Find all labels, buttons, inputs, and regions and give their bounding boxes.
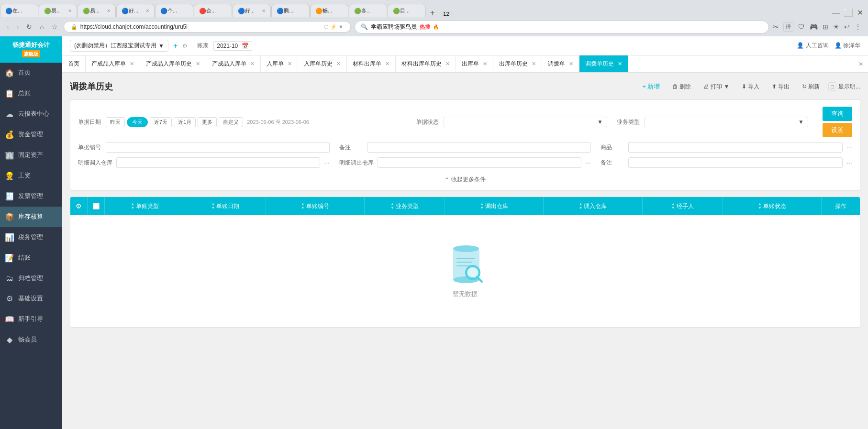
undo-icon[interactable]: ↩	[844, 23, 850, 31]
sidebar-item-ledger[interactable]: 📋 总账	[0, 83, 62, 104]
close-tab-product-inbound[interactable]: ✕	[130, 61, 134, 67]
tab-transfer-history[interactable]: 调拨单历史 ✕	[579, 55, 628, 73]
tab-material-out-history[interactable]: 材料出库单历史 ✕	[396, 55, 456, 73]
close-tab-product-history[interactable]: ✕	[196, 61, 200, 67]
tab-outbound-history[interactable]: 出库单历史 ✕	[493, 55, 542, 73]
forward-button[interactable]: ›	[15, 22, 21, 32]
minimize-icon[interactable]: —	[832, 9, 840, 17]
detail-out-input[interactable]	[378, 157, 581, 168]
new-button[interactable]: + 新增	[638, 80, 664, 93]
close-tab-material-out-history[interactable]: ✕	[445, 61, 450, 67]
sidebar-item-archive[interactable]: 🗂 归档管理	[0, 268, 62, 288]
close-tab-transfer[interactable]: ✕	[569, 61, 573, 67]
back-button[interactable]: ‹	[5, 22, 11, 32]
close-tab-outbound-history[interactable]: ✕	[532, 61, 536, 67]
import-button[interactable]: ⬇ 导入	[738, 81, 763, 93]
checkbox-show-all[interactable]: □	[828, 82, 836, 91]
theme-icon[interactable]: ☀	[833, 23, 839, 31]
period-value[interactable]: 2021-10 📅	[213, 41, 252, 51]
consult-button[interactable]: 👤 人工咨询	[797, 42, 828, 50]
game-icon[interactable]: 🎮	[810, 23, 818, 31]
delete-button[interactable]: 🗑 删除	[668, 81, 695, 93]
sidebar-item-funds[interactable]: 💰 资金管理	[0, 124, 62, 145]
settings-gear-icon[interactable]: ⚙	[182, 43, 188, 49]
search-bar[interactable]: 🔍 学霸应聘场驱鸟员 热搜 🔥	[355, 21, 769, 33]
sidebar-item-inventory[interactable]: 📦 库存核算	[0, 207, 62, 227]
sidebar-item-tax[interactable]: 📊 税务管理	[0, 227, 62, 248]
refresh-button[interactable]: ↻	[24, 22, 34, 32]
close-tab-inbound-history[interactable]: ✕	[336, 61, 341, 67]
query-button[interactable]: 查询	[823, 107, 852, 121]
docnum-input[interactable]	[106, 142, 330, 153]
sidebar-item-home[interactable]: 🏠 首页	[0, 63, 62, 83]
goods-more-icon[interactable]: ···	[846, 143, 852, 151]
close-tab-product-inbound2[interactable]: ✕	[250, 61, 255, 67]
th-biz-type[interactable]: ▲▼ 业务类型	[365, 197, 445, 215]
tab-product-inbound2[interactable]: 产成品入库单 ✕	[206, 55, 261, 73]
close-tab-material-out[interactable]: ✕	[385, 61, 389, 67]
collapse-button[interactable]: ⌃ 收起更多条件	[78, 173, 852, 184]
tab-product-inbound-history[interactable]: 产成品入库单历史 ✕	[140, 55, 206, 73]
shield-icon[interactable]: 🛡	[798, 23, 805, 31]
tab-count[interactable]: 12	[440, 11, 452, 17]
biz-type-select[interactable]: ▼	[645, 117, 808, 127]
today-button[interactable]: 今天	[127, 117, 148, 127]
th-handler[interactable]: ▲▼ 经手人	[643, 197, 723, 215]
detail-in-more-icon[interactable]: ···	[324, 159, 330, 166]
browser-tab-6[interactable]: 🔵 好... ✕	[233, 4, 271, 17]
more-date-button[interactable]: 更多	[198, 117, 217, 127]
last7days-button[interactable]: 近7天	[150, 117, 172, 127]
refresh-page-button[interactable]: ↻ 刷新	[798, 81, 823, 93]
tab-inbound-history[interactable]: 入库单历史 ✕	[298, 55, 347, 73]
address-input[interactable]: 🔒 https://cloud.chanjet.com/accounting/u…	[64, 21, 351, 33]
bookmark-button[interactable]: ☆	[50, 22, 60, 32]
th-doc-status[interactable]: ▲▼ 单账状态	[723, 197, 822, 215]
table-gear-icon[interactable]: ⚙	[76, 202, 82, 210]
close-icon[interactable]: ✕	[857, 8, 863, 17]
browser-tab-4[interactable]: 🔵 个...	[155, 4, 193, 17]
remark-input[interactable]	[367, 142, 591, 153]
maximize-icon[interactable]: ⬜	[844, 8, 853, 17]
sidebar-item-assets[interactable]: 🏢 固定资产	[0, 145, 62, 165]
tab-outbound[interactable]: 出库单 ✕	[456, 55, 493, 73]
select-all-checkbox[interactable]	[93, 203, 100, 209]
th-out-warehouse[interactable]: ▲▼ 调出仓库	[445, 197, 544, 215]
th-doc-number[interactable]: ▲▼ 单账编号	[266, 197, 365, 215]
browser-tab-7[interactable]: 🔵 腾...	[271, 4, 310, 17]
sidebar-item-guide[interactable]: 📖 新手引导	[0, 309, 62, 330]
th-doc-type[interactable]: ▲▼ 单账类型	[105, 197, 185, 215]
tab-transfer[interactable]: 调拨单 ✕	[542, 55, 579, 73]
th-settings[interactable]: ⚙	[70, 197, 88, 215]
translate-icon[interactable]: 译	[783, 22, 793, 32]
remark2-more-icon[interactable]: ···	[846, 159, 852, 166]
th-checkbox[interactable]	[88, 197, 105, 215]
sidebar-item-member[interactable]: ◆ 畅会员	[0, 330, 62, 350]
sidebar-item-close[interactable]: 📝 结账	[0, 248, 62, 268]
new-tab-button[interactable]: +	[426, 9, 438, 17]
detail-out-more-icon[interactable]: ···	[585, 159, 591, 166]
browser-tab-5[interactable]: 🔴 企...	[194, 4, 232, 17]
th-in-warehouse[interactable]: ▲▼ 调入仓库	[544, 197, 642, 215]
add-company-button[interactable]: +	[173, 42, 178, 50]
tab-product-inbound[interactable]: 产成品入库单 ✕	[86, 55, 140, 73]
cut-icon[interactable]: ✂	[773, 23, 779, 31]
detail-in-input[interactable]	[116, 157, 320, 168]
home-button[interactable]: ⌂	[38, 22, 45, 32]
tab-material-out[interactable]: 材料出库单 ✕	[347, 55, 396, 73]
sidebar-item-settings[interactable]: ⚙ 基础设置	[0, 288, 62, 309]
tab-home[interactable]: 首页	[62, 55, 86, 73]
sidebar-item-invoice[interactable]: 🧾 发票管理	[0, 186, 62, 207]
menu-icon[interactable]: ⋮	[855, 23, 861, 31]
export-button[interactable]: ⬆ 导出	[768, 81, 793, 93]
sidebar-item-reports[interactable]: ☁ 云报表中心	[0, 104, 62, 124]
remark2-input[interactable]	[628, 157, 843, 168]
close-tab-outbound[interactable]: ✕	[483, 61, 487, 67]
browser-tab-3[interactable]: 🔵 好... ✕	[116, 4, 155, 17]
close-tab-inbound[interactable]: ✕	[288, 61, 292, 67]
tab-inbound[interactable]: 入库单 ✕	[261, 55, 298, 73]
settings-button[interactable]: 设置	[823, 123, 852, 137]
print-button[interactable]: 🖨 打印 ▼	[700, 81, 733, 93]
browser-tab-8[interactable]: 🟠 畅...	[310, 4, 348, 17]
browser-tab-0[interactable]: 🔵 在...	[0, 4, 38, 17]
browser-tab-9[interactable]: 🟢 各...	[349, 4, 387, 17]
